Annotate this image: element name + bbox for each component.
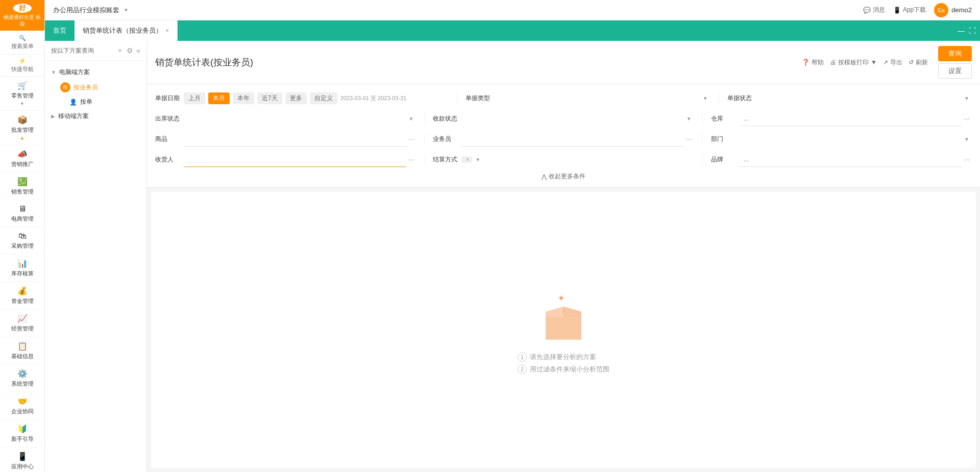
tree-item-desktop[interactable]: ▼ 电脑端方案 (45, 65, 146, 80)
refresh-button[interactable]: ↺ 刷新 (909, 58, 928, 67)
tree-child-by-salesman[interactable]: 按 按业务员 (45, 80, 146, 95)
settlement-filter: 结算方式 × ▼ (433, 155, 694, 164)
settings-scheme-button[interactable]: ⚙ (127, 46, 133, 55)
sidebar-item-basic-info-label: 基础信息 (11, 352, 34, 360)
tree-grandchild-by-order[interactable]: 👤 按单 (45, 95, 146, 109)
export-button[interactable]: ↗ 导出 (883, 58, 902, 67)
doc-status-label: 单据状态 (727, 94, 756, 103)
filter-row-2: 出库状态 ▼ 收款状态 ▼ (155, 111, 972, 126)
empty-text: 1 请先选择要分析的方案 2 用过滤条件来缩小分析范围 (518, 352, 609, 374)
receiver-input[interactable] (184, 152, 406, 167)
receiver-more-btn[interactable]: ··· (406, 155, 416, 163)
page-header-actions: ❓ 帮助 🖨 按模板打印 ▼ ↗ 导出 ↺ 刷新 (802, 46, 972, 79)
collapse-panel-button[interactable]: « (136, 46, 140, 55)
sidebar-item-system[interactable]: ⚙️ 系统管理 (0, 365, 44, 392)
sidebar-item-ecommerce[interactable]: 🖥 电商管理 (0, 200, 44, 227)
receipt-select[interactable]: ▼ (461, 111, 694, 126)
goods-more-btn[interactable]: ··· (406, 135, 416, 143)
svg-text:↑: ↑ (562, 308, 566, 316)
date-btn-last-month[interactable]: 上月 (184, 92, 205, 104)
doc-type-select[interactable]: ▼ (494, 90, 710, 106)
avatar: Ea (934, 3, 948, 17)
sidebar-item-ecommerce-label: 电商管理 (11, 215, 34, 223)
tab-maximize-button[interactable]: ⛶ (969, 27, 976, 35)
settlement-dropdown-arrow[interactable]: ▼ (475, 157, 480, 162)
date-btn-last-7-days[interactable]: 近7天 (257, 92, 282, 104)
svg-text:✦: ✦ (557, 293, 565, 303)
sidebar-item-sales[interactable]: 💹 销售管理 (0, 173, 44, 200)
export-icon: ↗ (883, 59, 888, 66)
salesman-more-btn[interactable]: ··· (684, 135, 694, 143)
sidebar-item-purchase[interactable]: 🛍 采购管理 (0, 227, 44, 254)
goods-input[interactable] (184, 131, 406, 147)
empty-illustration: ✦ ↑ (533, 286, 594, 342)
print-button[interactable]: 🖨 按模板打印 ▼ (830, 58, 877, 67)
sidebar-item-inventory[interactable]: 📊 库存核算 (0, 254, 44, 282)
brand-input[interactable] (740, 152, 962, 167)
page-header: 销货单统计表(按业务员) ❓ 帮助 🖨 按模板打印 ▼ ↗ 导出 (147, 41, 980, 84)
sidebar-item-app-center[interactable]: 📱 应用中心 (0, 447, 44, 472)
quick-nav-label: 快捷导航 (11, 65, 34, 73)
date-btn-this-month[interactable]: 本月 (208, 92, 230, 104)
sidebar-item-purchase-label: 采购管理 (11, 242, 34, 250)
department-select[interactable]: ▼ (740, 131, 972, 147)
sidebar-item-operations[interactable]: 📈 经营管理 (0, 310, 44, 337)
empty-hint-2-text: 用过滤条件来缩小分析范围 (530, 365, 609, 374)
message-button[interactable]: 💬 消息 (863, 6, 885, 14)
warehouse-input[interactable] (740, 111, 962, 126)
help-button[interactable]: ❓ 帮助 (802, 58, 824, 67)
receipt-label: 收款状态 (433, 114, 461, 123)
tab-home-label: 首页 (53, 26, 66, 35)
search-menu[interactable]: 🔍 搜索菜单 (0, 31, 44, 55)
date-btn-more[interactable]: 更多 (285, 92, 307, 104)
date-btn-this-year[interactable]: 本年 (233, 92, 254, 104)
sidebar-item-retail[interactable]: 🛒 零售管理 ▼ (0, 77, 44, 111)
enterprise-icon: 🤝 (17, 396, 28, 406)
svg-marker-3 (564, 306, 581, 317)
sidebar-item-wholesale[interactable]: 📦 批发管理 ▲ (0, 111, 44, 145)
wholesale-icon: 📦 (17, 115, 28, 125)
salesman-input[interactable] (461, 131, 684, 147)
tab-minimize-button[interactable]: — (958, 27, 965, 35)
setting-button[interactable]: 设置 (938, 63, 972, 79)
sidebar-item-wholesale-label: 批发管理 (11, 126, 34, 134)
date-options-group: 上月 本月 本年 近7天 更多 自定义 2023-03-01 至 2023-03… (184, 92, 449, 104)
doc-status-arrow: ▼ (964, 96, 969, 101)
collapse-label: 收起更多条件 (549, 172, 585, 181)
nav-icon: ⚡ (19, 58, 26, 64)
collapse-button[interactable]: ⋀ 收起更多条件 (155, 172, 972, 181)
settlement-tag-close[interactable]: × (466, 157, 469, 162)
search-menu-label: 搜索菜单 (11, 42, 34, 50)
warehouse-more-btn[interactable]: ··· (962, 114, 972, 123)
app-title-dropdown[interactable]: ▼ (124, 7, 129, 13)
main-area: 办公用品行业模拟账套 ▼ 💬 消息 📱 App下载 Ea demo2 首页 (45, 0, 980, 472)
query-button[interactable]: 查询 (938, 46, 972, 61)
brand-more-btn[interactable]: ··· (962, 155, 972, 163)
sidebar-item-guide[interactable]: 🔰 新手引导 (0, 420, 44, 447)
sidebar-item-marketing[interactable]: 📣 营销推广 (0, 145, 44, 173)
sidebar-item-finance[interactable]: 💰 资金管理 (0, 282, 44, 310)
delivery-select[interactable]: ▼ (184, 111, 416, 126)
divider-5 (424, 134, 425, 144)
tree-item-mobile[interactable]: ▶ 移动端方案 (45, 109, 146, 124)
left-panel-header: 按以下方案查询 ＋ ⚙ « (45, 41, 146, 61)
content-area: ✦ ↑ 1 请先选择要分析的方案 2 用过滤条件来缩小分析范围 (151, 192, 976, 468)
app-title: 办公用品行业模拟账套 (53, 6, 119, 15)
date-btn-custom[interactable]: 自定义 (310, 92, 337, 104)
doc-status-select[interactable]: ▼ (756, 90, 972, 106)
user-menu[interactable]: Ea demo2 (934, 3, 972, 17)
sidebar-item-enterprise[interactable]: 🤝 企业协同 (0, 392, 44, 420)
tree-grandchild-by-order-label: 按单 (80, 98, 92, 106)
svg-marker-2 (546, 306, 564, 317)
tab-sales-stats[interactable]: 销货单统计表（按业务员） × (75, 20, 178, 41)
app-download-button[interactable]: 📱 App下载 (893, 6, 926, 14)
tab-close-button[interactable]: × (165, 27, 169, 34)
tree-item-mobile-label: 移动端方案 (58, 112, 89, 121)
divider-2 (719, 93, 719, 103)
tab-home[interactable]: 首页 (45, 20, 75, 41)
wholesale-arrow: ▲ (20, 135, 24, 140)
add-scheme-button[interactable]: ＋ (116, 46, 124, 55)
logo-icon: 好 (13, 4, 32, 13)
quick-nav[interactable]: ⚡ 快捷导航 (0, 55, 44, 77)
sidebar-item-basic-info[interactable]: 📋 基础信息 (0, 337, 44, 365)
